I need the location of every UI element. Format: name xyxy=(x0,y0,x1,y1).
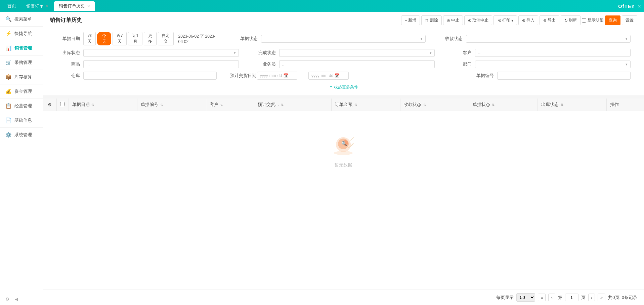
show-detail-checkbox-label[interactable]: 显示明细 xyxy=(582,17,604,23)
expected-date-start[interactable]: yyyy-mm-dd 📅 xyxy=(257,72,297,80)
date-btn-7days[interactable]: 近7天 xyxy=(113,32,127,45)
delete-label: 删除 xyxy=(430,17,438,23)
cancel-stop-button[interactable]: ⊗ 取消中止 xyxy=(464,15,492,25)
sidebar-item-operations[interactable]: 📋 经营管理 xyxy=(0,99,43,113)
top-bar: 首页 销售订单 ✕ 销售订单历史 ✕ OfTEn ✕ xyxy=(0,0,644,12)
cancel-stop-label: 取消中止 xyxy=(472,17,488,23)
sidebar-settings-icon[interactable]: ⚙ xyxy=(5,297,9,302)
th-doc-no[interactable]: 单据编号 ⇅ xyxy=(137,99,206,111)
settings-button[interactable]: 设置 xyxy=(622,15,637,25)
th-doc-status[interactable]: 单据状态 ⇅ xyxy=(469,99,538,111)
salesperson-input[interactable]: ... xyxy=(279,60,435,68)
date-start-placeholder: yyyy-mm-dd xyxy=(260,73,282,78)
date-btn-1month[interactable]: 近1月 xyxy=(128,32,142,45)
collapse-label: 收起更多条件 xyxy=(334,84,358,90)
print-label: 打印 xyxy=(502,17,510,23)
sidebar-item-search[interactable]: 🔍 搜索菜单 xyxy=(0,12,43,27)
first-page-button[interactable]: « xyxy=(538,294,546,301)
prev-page-button[interactable]: ‹ xyxy=(548,294,555,301)
delete-button[interactable]: 🗑 删除 xyxy=(421,15,442,25)
ship-status-label: 出库状态 xyxy=(56,50,83,56)
th-payment-status[interactable]: 收款状态 ⇅ xyxy=(400,99,469,111)
doc-no-input[interactable] xyxy=(497,72,631,80)
th-action-label: 操作 xyxy=(610,102,619,107)
refresh-button[interactable]: ↻ 刷新 xyxy=(561,15,581,25)
warehouse-input[interactable]: ... xyxy=(83,72,217,80)
stop-icon: ⊘ xyxy=(447,18,450,23)
next-page-button[interactable]: › xyxy=(588,294,595,301)
th-doc-date[interactable]: 单据日期 ⇅ xyxy=(69,99,137,111)
sidebar-item-quicknav-label: 快捷导航 xyxy=(14,31,32,37)
tab-sales-order-close[interactable]: ✕ xyxy=(46,4,49,8)
sidebar-item-sales[interactable]: 📊 销售管理 xyxy=(0,41,43,55)
sidebar-item-system[interactable]: ⚙️ 系统管理 xyxy=(0,128,43,142)
product-placeholder: ... xyxy=(86,62,90,67)
query-button[interactable]: 查询 xyxy=(605,15,620,25)
expected-date-label: 预计交货日期 xyxy=(230,73,257,79)
dept-select[interactable]: ▾ xyxy=(475,61,631,68)
last-page-button[interactable]: » xyxy=(598,294,605,301)
payment-status-select[interactable]: ▾ xyxy=(466,35,631,43)
th-expected-delivery[interactable]: 预计交货... ⇅ xyxy=(254,99,332,111)
sidebar-item-inventory[interactable]: 📦 库存核算 xyxy=(0,70,43,84)
import-button[interactable]: ⊕ 导入 xyxy=(518,15,538,25)
th-settings[interactable]: ⚙ xyxy=(43,99,56,111)
sidebar-item-finance[interactable]: 💰 资金管理 xyxy=(0,84,43,99)
th-customer[interactable]: 客户 ⇅ xyxy=(206,99,254,111)
sidebar-item-purchase[interactable]: 🛒 采购管理 xyxy=(0,55,43,70)
data-table: ⚙ 单据日期 ⇅ 单据编号 ⇅ xyxy=(43,99,644,182)
select-all-checkbox[interactable] xyxy=(60,102,65,106)
delete-icon: 🗑 xyxy=(425,18,429,23)
th-checkbox[interactable] xyxy=(56,99,69,111)
expected-date-end[interactable]: yyyy-mm-dd 📅 xyxy=(308,72,349,80)
stop-label: 中止 xyxy=(451,17,459,23)
date-btn-custom[interactable]: 自定义 xyxy=(158,32,174,45)
tab-sales-history-label: 销售订单历史 xyxy=(59,3,85,9)
export-button[interactable]: ⊖ 导出 xyxy=(540,15,559,25)
stop-button[interactable]: ⊘ 中止 xyxy=(443,15,463,25)
sidebar-item-quicknav[interactable]: ⚡ 快捷导航 xyxy=(0,27,43,41)
page-number-input[interactable] xyxy=(565,294,578,301)
th-order-amount[interactable]: 订单金额 ⇅ xyxy=(332,99,400,111)
new-button[interactable]: + 新增 xyxy=(401,15,420,25)
payment-status-control: ▾ xyxy=(466,35,631,43)
th-doc-date-label: 单据日期 xyxy=(72,102,90,107)
product-input[interactable]: ... xyxy=(83,60,239,68)
tab-home-label: 首页 xyxy=(7,3,16,9)
sidebar-item-basic-info-label: 基础信息 xyxy=(14,117,32,123)
tab-sales-order[interactable]: 销售订单 ✕ xyxy=(22,1,53,11)
brand-logo: OfTEn xyxy=(618,3,635,9)
show-detail-checkbox[interactable] xyxy=(582,18,586,23)
ship-status-select[interactable]: ▾ xyxy=(83,49,239,57)
sort-expected-delivery-icon: ⇅ xyxy=(281,103,284,107)
customer-input[interactable]: ... xyxy=(475,49,631,57)
doc-status-select[interactable]: ▾ xyxy=(261,35,426,43)
product-label: 商品 xyxy=(56,61,83,67)
sidebar-collapse-icon[interactable]: ◀ xyxy=(15,297,18,302)
th-payment-status-label: 收款状态 xyxy=(404,102,421,107)
page-size-select[interactable]: 50 20 100 200 xyxy=(516,293,535,302)
date-btn-yesterday[interactable]: 昨天 xyxy=(83,32,96,45)
tab-sales-history-close[interactable]: ✕ xyxy=(87,4,90,8)
filter-row-3: 商品 ... 业务员 ... 部门 xyxy=(56,60,631,68)
sidebar-item-operations-label: 经营管理 xyxy=(14,103,32,109)
table-wrapper: ⚙ 单据日期 ⇅ 单据编号 ⇅ xyxy=(43,99,644,290)
topbar-close-icon[interactable]: ✕ xyxy=(638,4,641,9)
date-btn-more[interactable]: 更多 xyxy=(144,32,156,45)
th-ship-status[interactable]: 出库状态 ⇅ xyxy=(538,99,607,111)
date-label: 单据日期 xyxy=(56,36,83,42)
collapse-row[interactable]: ⌃ 收起更多条件 xyxy=(56,83,631,92)
print-button[interactable]: 🖨 打印 ▾ xyxy=(493,15,517,25)
sidebar-item-inventory-label: 库存核算 xyxy=(14,74,32,80)
page-size-label: 每页显示 xyxy=(496,295,514,301)
tab-sales-history[interactable]: 销售订单历史 ✕ xyxy=(54,1,95,11)
date-btn-today[interactable]: 今天 xyxy=(97,32,111,45)
complete-status-select[interactable]: ▾ xyxy=(279,49,435,57)
finance-icon: 💰 xyxy=(5,88,12,94)
page-title: 销售订单历史 xyxy=(50,17,82,24)
complete-status-arrow-icon: ▾ xyxy=(430,51,432,55)
tab-home[interactable]: 首页 xyxy=(3,1,21,11)
salesperson-control: ... xyxy=(279,60,435,68)
th-order-amount-label: 订单金额 xyxy=(335,102,352,107)
sidebar-item-basic-info[interactable]: 📄 基础信息 xyxy=(0,113,43,128)
